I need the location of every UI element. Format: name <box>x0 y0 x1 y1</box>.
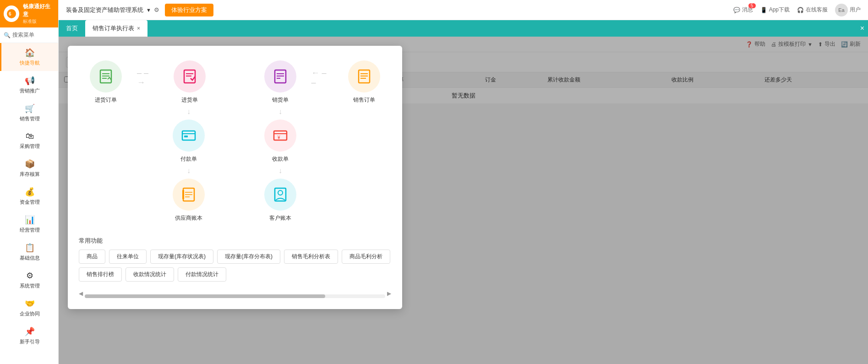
sidebar-item-newbie[interactable]: 📌 新手引导 <box>0 322 58 350</box>
sidebar-item-inventory[interactable]: 📦 库存核算 <box>0 154 58 182</box>
app-download-action[interactable]: 📱 App下载 <box>760 6 790 14</box>
customer-ledger-label: 客户账本 <box>269 214 291 222</box>
tabbar: 首页 销售订单执行表 × × <box>59 20 868 37</box>
scrollbar-thumb <box>85 294 325 298</box>
func-btn-partner[interactable]: 往来单位 <box>109 250 147 264</box>
topbar: 装备及固定资产辅助管理系统 ▼ ⚙ 体验行业方案 💬 5 消息 📱 App下载 … <box>59 0 868 20</box>
collab-icon: 🤝 <box>25 299 35 309</box>
avatar-abbr: Ea <box>838 7 844 13</box>
flow-node-receipt: ¥ 收款单 <box>253 120 308 163</box>
sidebar-item-label: 快捷导航 <box>20 60 40 66</box>
down-arrow-payment: ↓ <box>161 167 216 175</box>
app-download-label: App下载 <box>769 6 790 14</box>
search-label: 搜索菜单 <box>12 31 34 39</box>
flow-row-2: 付款单 ¥ 收款单 <box>79 116 391 167</box>
scroll-left-icon[interactable]: ◀ <box>79 290 83 297</box>
sidebar-item-label: 基础信息 <box>20 255 40 261</box>
receipt-circle[interactable]: ¥ <box>264 120 296 152</box>
modal-overlay: 进货订单 – – → 进货单 <box>59 37 868 364</box>
common-functions-title: 常用功能 <box>79 237 391 245</box>
svg-point-29 <box>278 190 283 195</box>
message-icon: 💬 <box>733 7 740 13</box>
scroll-right-icon[interactable]: ▶ <box>387 290 391 297</box>
system-icon: ⚙ <box>26 271 33 281</box>
settings-icon[interactable]: ⚙ <box>154 6 159 13</box>
basic-info-icon: 📋 <box>25 243 35 253</box>
flow-row-1: 进货订单 – – → 进货单 <box>79 57 391 108</box>
experience-btn[interactable]: 体验行业方案 <box>165 4 213 16</box>
flow-node-sales-order: 销售订单 <box>337 60 391 104</box>
modal-scroll-row: ◀ ▶ <box>79 289 391 298</box>
sidebar-item-label: 采购管理 <box>20 143 40 150</box>
online-service-action[interactable]: 🎧 在线客服 <box>797 6 828 14</box>
avatar: Ea <box>835 4 848 16</box>
sales-circle[interactable] <box>264 60 296 92</box>
func-btn-product-profit[interactable]: 商品毛利分析 <box>342 250 390 264</box>
tab-close-icon[interactable]: × <box>137 25 140 32</box>
sidebar-item-sales[interactable]: 🛒 销售管理 <box>0 99 58 127</box>
sidebar-item-finance[interactable]: 💰 资金管理 <box>0 182 58 210</box>
tabbar-close-icon[interactable]: × <box>860 24 864 33</box>
sales-order-circle[interactable] <box>348 60 380 92</box>
message-action[interactable]: 💬 5 消息 <box>733 6 753 14</box>
finance-icon: 💰 <box>25 187 35 197</box>
online-service-label: 在线客服 <box>806 6 828 14</box>
purchase-icon: 🛍 <box>26 131 34 141</box>
func-btn-sales-rank[interactable]: 销售排行榜 <box>79 267 122 282</box>
supplier-ledger-label: 供应商账本 <box>175 214 202 222</box>
svg-rect-20 <box>274 131 287 140</box>
sidebar-item-basic-info[interactable]: 📋 基础信息 <box>0 238 58 266</box>
tab-home[interactable]: 首页 <box>59 20 85 37</box>
supplier-ledger-circle[interactable] <box>173 179 205 211</box>
sidebar-item-collab[interactable]: 🤝 企业协同 <box>0 294 58 322</box>
sidebar-item-label: 营销推广 <box>20 87 40 94</box>
flow-row-3: 供应商账本 客户账本 <box>79 175 391 226</box>
topbar-system: 装备及固定资产辅助管理系统 ▼ ⚙ <box>66 6 159 14</box>
sidebar-item-label: 资金管理 <box>20 199 40 206</box>
receipt-label: 收款单 <box>272 155 289 163</box>
sidebar-item-purchase[interactable]: 🛍 采购管理 <box>0 127 58 154</box>
flow-node-purchase: 进货单 <box>162 60 217 104</box>
customer-ledger-circle[interactable] <box>264 179 296 211</box>
func-btn-stock-status[interactable]: 现存量(库存状况表) <box>150 250 213 264</box>
payment-circle[interactable] <box>173 120 205 152</box>
sidebar-item-marketing[interactable]: 📢 营销推广 <box>0 71 58 99</box>
down-arrow-sales: ↓ <box>253 108 308 116</box>
sidebar-item-system[interactable]: ⚙ 系统管理 <box>0 266 58 294</box>
headset-icon: 🎧 <box>797 7 804 13</box>
phone-icon: 📱 <box>760 7 767 13</box>
svg-rect-17 <box>182 131 195 140</box>
sidebar-nav: 🏠 快捷导航 📢 营销推广 🛒 销售管理 🛍 采购管理 📦 库存核算 💰 <box>0 43 58 364</box>
page-content: ❓ 帮助 🖨 按模板打印 ▼ ⬆ 导出 🔄 刷新 <box>59 37 868 364</box>
func-buttons-row1: 商品 往来单位 现存量(库存状况表) 现存量(库存分布表) 销售毛利分析表 商品… <box>79 250 391 264</box>
func-btn-sales-profit[interactable]: 销售毛利分析表 <box>284 250 338 264</box>
logo-icon: 6 <box>4 5 19 22</box>
func-btn-product[interactable]: 商品 <box>79 250 105 264</box>
chevron-down-icon[interactable]: ▼ <box>146 7 151 13</box>
management-icon: 📊 <box>25 215 35 225</box>
flow-node-customer-ledger: 客户账本 <box>253 179 308 222</box>
func-btn-receipt-stats[interactable]: 收款情况统计 <box>126 267 174 282</box>
topbar-actions: 💬 5 消息 📱 App下载 🎧 在线客服 Ea 用户 <box>733 4 861 16</box>
purchase-circle[interactable] <box>174 60 206 92</box>
func-btn-payment-stats[interactable]: 付款情况统计 <box>178 267 226 282</box>
sidebar-item-quick-nav[interactable]: 🏠 快捷导航 <box>0 43 58 71</box>
func-btn-stock-dist[interactable]: 现存量(库存分布表) <box>217 250 280 264</box>
arrow-left-1: ← – – <box>308 68 337 87</box>
modal-scrollbar[interactable] <box>85 294 385 298</box>
func-buttons-row2: 销售排行榜 收款情况统计 付款情况统计 <box>79 267 391 282</box>
tab-sales-order[interactable]: 销售订单执行表 × <box>85 20 147 37</box>
flow-node-sales: 销货单 <box>253 60 308 104</box>
search-icon: 🔍 <box>4 32 11 38</box>
purchase-order-circle[interactable] <box>90 60 122 92</box>
tab-sales-order-label: 销售订单执行表 <box>93 24 134 33</box>
user-action[interactable]: Ea 用户 <box>835 4 861 16</box>
down-arrows-row2: ↓ ↓ <box>79 167 391 175</box>
svg-rect-24 <box>182 190 184 199</box>
flow-node-purchase-order: 进货订单 <box>79 60 133 104</box>
user-label: 用户 <box>850 6 861 14</box>
sidebar-item-label: 经营管理 <box>20 227 40 234</box>
sidebar-search[interactable]: 🔍 搜索菜单 <box>0 27 58 43</box>
sidebar-item-management[interactable]: 📊 经营管理 <box>0 210 58 238</box>
sales-order-label: 销售订单 <box>353 96 375 104</box>
